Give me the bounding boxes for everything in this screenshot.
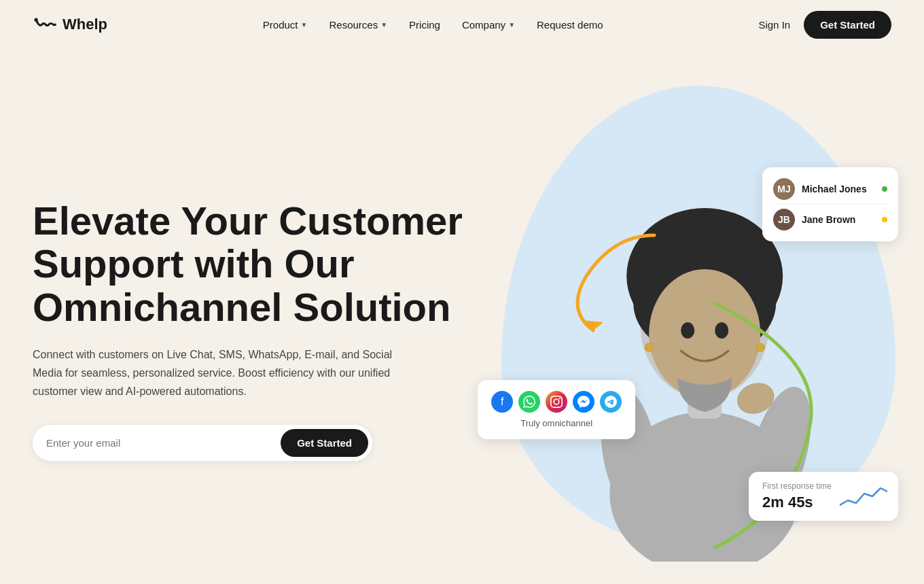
email-input[interactable] xyxy=(46,437,281,449)
chevron-down-icon: ▼ xyxy=(301,21,308,29)
svg-point-9 xyxy=(645,343,653,351)
user-row-1: MJ Michael Jones xyxy=(773,174,887,204)
instagram-icon xyxy=(546,391,567,413)
user-status-1 xyxy=(882,186,887,192)
email-form: Get Started xyxy=(33,425,372,461)
response-time-value: 2m 45s xyxy=(762,494,813,511)
arrow-orange xyxy=(546,222,668,344)
logo-text: Whelp xyxy=(63,16,107,33)
svg-point-0 xyxy=(35,18,38,22)
nav-actions: Sign In Get Started xyxy=(758,11,891,39)
chevron-down-icon: ▼ xyxy=(508,21,515,29)
card-response-time: First response time 2m 45s xyxy=(749,472,898,521)
nav-request-demo[interactable]: Request demo xyxy=(537,19,603,31)
arrow-green xyxy=(701,290,837,562)
card-users: MJ Michael Jones JB Jane Brown xyxy=(762,167,898,241)
hero-left: Elevate Your Customer Support with Our O… xyxy=(33,199,505,462)
hero-description: Connect with customers on Live Chat, SMS… xyxy=(33,345,399,401)
hero-right: MJ Michael Jones JB Jane Brown f xyxy=(505,86,891,575)
card-omnichannel: f Truly omnichannel xyxy=(478,380,635,439)
telegram-icon xyxy=(600,391,622,413)
hero-title: Elevate Your Customer Support with Our O… xyxy=(33,199,478,329)
facebook-icon: f xyxy=(491,391,513,413)
messenger-icon xyxy=(573,391,594,413)
nav-product[interactable]: Product ▼ xyxy=(263,19,308,31)
social-icons: f xyxy=(491,391,622,413)
user-name-2: Jane Brown xyxy=(802,214,855,225)
user-name-1: Michael Jones xyxy=(802,184,867,194)
navbar: Whelp Product ▼ Resources ▼ Pricing Comp… xyxy=(0,0,924,49)
chevron-down-icon: ▼ xyxy=(380,21,387,29)
omnichannel-label: Truly omnichannel xyxy=(491,418,622,428)
user-avatar-2: JB xyxy=(773,209,795,230)
user-status-2 xyxy=(882,217,887,222)
logo[interactable]: Whelp xyxy=(33,16,107,33)
response-time-chart xyxy=(840,481,887,511)
nav-links: Product ▼ Resources ▼ Pricing Company ▼ … xyxy=(263,19,603,31)
sign-in-button[interactable]: Sign In xyxy=(758,19,790,31)
user-avatar-1: MJ xyxy=(773,178,795,200)
get-started-hero-button[interactable]: Get Started xyxy=(281,429,368,457)
logo-icon xyxy=(33,16,57,33)
get-started-nav-button[interactable]: Get Started xyxy=(804,11,891,39)
user-row-2: JB Jane Brown xyxy=(773,204,887,235)
svg-point-7 xyxy=(681,322,694,339)
nav-company[interactable]: Company ▼ xyxy=(462,19,515,31)
hero-section: Elevate Your Customer Support with Our O… xyxy=(0,49,924,584)
nav-pricing[interactable]: Pricing xyxy=(409,19,440,31)
nav-resources[interactable]: Resources ▼ xyxy=(329,19,387,31)
whatsapp-icon xyxy=(518,391,540,413)
